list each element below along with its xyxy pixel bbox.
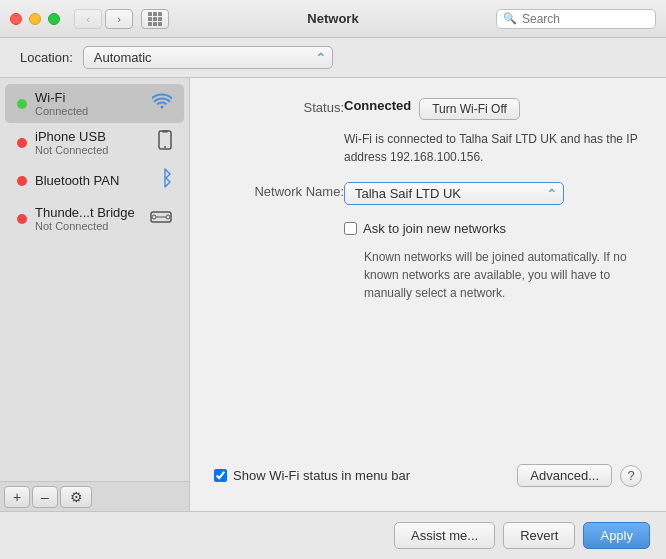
forward-button[interactable]: ›	[105, 9, 133, 29]
status-content: Connected Turn Wi-Fi Off Wi-Fi is connec…	[344, 98, 642, 166]
main-content: Wi-Fi Connected iPhone USB No	[0, 78, 666, 511]
svg-point-5	[166, 215, 170, 219]
location-select-wrap: Automatic ⌃	[83, 46, 333, 69]
footer: Assist me... Revert Apply	[0, 511, 666, 559]
show-wifi-label[interactable]: Show Wi-Fi status in menu bar	[233, 468, 410, 483]
thunderbolt-icon	[150, 208, 172, 229]
search-input[interactable]	[522, 12, 649, 26]
wifi-item-name: Wi-Fi	[35, 90, 146, 105]
search-box[interactable]: 🔍	[496, 9, 656, 29]
revert-button[interactable]: Revert	[503, 522, 575, 549]
apply-button[interactable]: Apply	[583, 522, 650, 549]
known-networks-note: Known networks will be joined automatica…	[364, 248, 642, 302]
bluetooth-name: Bluetooth PAN	[35, 173, 152, 188]
maximize-button[interactable]	[48, 13, 60, 25]
location-bar: Location: Automatic ⌃	[0, 38, 666, 78]
grid-icon	[148, 12, 162, 26]
remove-network-button[interactable]: –	[32, 486, 58, 508]
ask-join-spacer	[214, 221, 344, 223]
status-value: Connected	[344, 98, 411, 113]
thunderbolt-name: Thunde...t Bridge	[35, 205, 144, 220]
wifi-item-status: Connected	[35, 105, 146, 117]
minimize-button[interactable]	[29, 13, 41, 25]
window-title: Network	[307, 11, 358, 26]
iphone-usb-name: iPhone USB	[35, 129, 152, 144]
wifi-status-indicator	[17, 99, 27, 109]
network-settings-button[interactable]: ⚙	[60, 486, 92, 508]
thunderbolt-status: Not Connected	[35, 220, 144, 232]
right-panel: Status: Connected Turn Wi-Fi Off Wi-Fi i…	[190, 78, 666, 511]
grid-button[interactable]	[141, 9, 169, 29]
ask-join-checkbox[interactable]	[344, 222, 357, 235]
sidebar-item-wifi[interactable]: Wi-Fi Connected	[5, 84, 184, 123]
wifi-icon	[152, 93, 172, 114]
network-name-row: Network Name: Talha Saif LTD UK ⌃	[214, 182, 642, 205]
thunderbolt-indicator	[17, 214, 27, 224]
back-button[interactable]: ‹	[74, 9, 102, 29]
spacer	[214, 318, 642, 464]
show-wifi-checkbox[interactable]	[214, 469, 227, 482]
network-select[interactable]: Talha Saif LTD UK	[344, 182, 564, 205]
add-network-button[interactable]: +	[4, 486, 30, 508]
svg-rect-1	[162, 131, 168, 133]
advanced-button[interactable]: Advanced...	[517, 464, 612, 487]
ask-join-row: Ask to join new networks Known networks …	[214, 221, 642, 302]
ask-join-content: Ask to join new networks Known networks …	[344, 221, 642, 302]
ask-join-label[interactable]: Ask to join new networks	[363, 221, 506, 236]
traffic-lights	[10, 13, 60, 25]
sidebar-item-bluetooth[interactable]: Bluetooth PAN	[5, 162, 184, 199]
svg-point-4	[152, 215, 156, 219]
network-name-label: Network Name:	[214, 182, 344, 199]
iphone-usb-indicator	[17, 138, 27, 148]
bottom-row: Show Wi-Fi status in menu bar Advanced..…	[214, 464, 642, 487]
iphone-icon	[158, 130, 172, 155]
status-description: Wi-Fi is connected to Talha Saif LTD UK …	[344, 130, 642, 166]
network-select-wrap: Talha Saif LTD UK ⌃	[344, 182, 564, 205]
location-select[interactable]: Automatic	[83, 46, 333, 69]
bluetooth-icon	[158, 168, 172, 193]
location-label: Location:	[20, 50, 73, 65]
status-label: Status:	[214, 98, 344, 115]
sidebar-item-thunderbolt[interactable]: Thunde...t Bridge Not Connected	[5, 199, 184, 238]
network-name-content: Talha Saif LTD UK ⌃	[344, 182, 642, 205]
svg-point-2	[164, 146, 166, 148]
status-row: Status: Connected Turn Wi-Fi Off Wi-Fi i…	[214, 98, 642, 166]
show-wifi-row: Show Wi-Fi status in menu bar	[214, 468, 410, 483]
search-icon: 🔍	[503, 12, 517, 25]
help-button[interactable]: ?	[620, 465, 642, 487]
nav-buttons: ‹ ›	[74, 9, 133, 29]
sidebar: Wi-Fi Connected iPhone USB No	[0, 78, 190, 511]
assist-me-button[interactable]: Assist me...	[394, 522, 495, 549]
sidebar-toolbar: + – ⚙	[0, 481, 189, 511]
titlebar: ‹ › Network 🔍	[0, 0, 666, 38]
ask-join-checkbox-row: Ask to join new networks	[344, 221, 506, 236]
bluetooth-indicator	[17, 176, 27, 186]
close-button[interactable]	[10, 13, 22, 25]
iphone-usb-status: Not Connected	[35, 144, 152, 156]
sidebar-list: Wi-Fi Connected iPhone USB No	[0, 78, 189, 481]
sidebar-item-iphone-usb[interactable]: iPhone USB Not Connected	[5, 123, 184, 162]
turn-wifi-off-button[interactable]: Turn Wi-Fi Off	[419, 98, 520, 120]
